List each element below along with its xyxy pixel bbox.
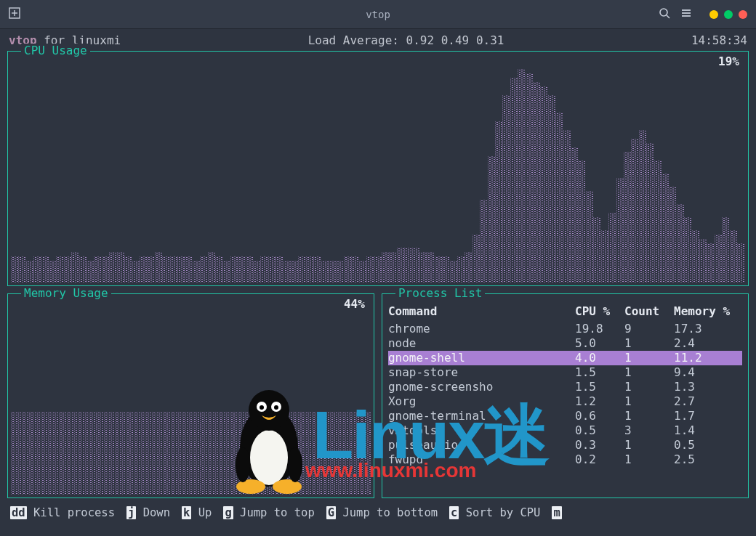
cell-command: gnome-shell — [388, 351, 572, 365]
key-c: c — [449, 506, 459, 519]
load-label: Load Average: — [308, 33, 399, 47]
cell-mem: 11.2 — [674, 351, 742, 365]
window-title: vtop — [125, 9, 631, 20]
load-15: 0.31 — [476, 33, 504, 47]
cell-command: snap-store — [388, 365, 572, 380]
cpu-usage-panel: CPU Usage 19% — [7, 51, 749, 286]
search-icon[interactable] — [659, 7, 670, 22]
cell-cpu: 19.8 — [575, 322, 622, 336]
window-close-button[interactable] — [739, 10, 747, 19]
cell-cpu: 0.5 — [575, 423, 622, 438]
table-row[interactable]: gnome-terminal0.611.7 — [388, 409, 742, 423]
col-count: Count — [624, 304, 671, 319]
key-j: j — [126, 506, 136, 519]
table-row[interactable]: fwupd0.212.5 — [388, 452, 742, 467]
cell-count: 1 — [624, 336, 671, 351]
cell-cpu: 0.6 — [575, 409, 622, 423]
cell-mem: 1.7 — [674, 409, 742, 423]
cpu-panel-title: CPU Usage — [21, 44, 90, 58]
cell-cpu: 1.5 — [575, 380, 622, 394]
hint-kill: Kill process — [33, 506, 115, 519]
table-row[interactable]: Xorg1.212.7 — [388, 394, 742, 409]
cell-mem: 2.7 — [674, 394, 742, 409]
key-g: g — [223, 506, 233, 519]
window-maximize-button[interactable] — [724, 10, 733, 19]
cell-command: fwupd — [388, 452, 572, 467]
table-row[interactable]: node5.012.4 — [388, 336, 742, 351]
cell-count: 1 — [624, 452, 671, 467]
hint-up: Up — [198, 506, 212, 519]
menu-icon[interactable] — [680, 7, 692, 22]
hint-down: Down — [143, 506, 170, 519]
hint-sort-cpu: Sort by CPU — [466, 506, 541, 519]
cell-mem: 2.4 — [674, 336, 742, 351]
cell-cpu: 0.2 — [575, 452, 622, 467]
key-G: G — [326, 506, 336, 519]
cell-command: chrome — [388, 322, 572, 336]
col-memory: Memory % — [674, 304, 742, 319]
cpu-chart — [11, 65, 745, 283]
key-dd: dd — [10, 506, 27, 519]
status-line: vtop for linuxmi Load Average: 0.92 0.49… — [6, 32, 750, 49]
memory-usage-panel: Memory Usage 44% — [7, 293, 374, 498]
cell-cpu: 5.0 — [575, 336, 622, 351]
load-1: 0.92 — [406, 33, 435, 47]
cell-mem: 17.3 — [674, 322, 742, 336]
hint-top: Jump to top — [240, 506, 315, 519]
cell-count: 1 — [624, 380, 671, 394]
cell-cpu: 4.0 — [575, 351, 622, 365]
hint-bottom: Jump to bottom — [342, 506, 438, 519]
process-list-panel: Process List Command CPU % Count Memory … — [382, 293, 749, 498]
cell-command: pulseaudio — [388, 438, 572, 452]
table-row[interactable]: chrome19.8917.3 — [388, 322, 742, 336]
cell-count: 1 — [624, 409, 671, 423]
cell-count: 1 — [624, 438, 671, 452]
cell-command: gnome-terminal — [388, 409, 572, 423]
cell-mem: 1.4 — [674, 423, 742, 438]
svg-line-4 — [667, 15, 669, 18]
process-list[interactable]: chrome19.8917.3node5.012.4gnome-shell4.0… — [388, 322, 742, 467]
process-panel-title: Process List — [395, 286, 486, 301]
window-minimize-button[interactable] — [709, 10, 718, 19]
col-command: Command — [388, 304, 572, 319]
svg-point-3 — [660, 9, 667, 16]
table-row[interactable]: gnome-screensho1.511.3 — [388, 380, 742, 394]
table-row[interactable]: gnome-shell4.0111.2 — [388, 351, 742, 365]
new-tab-icon[interactable] — [9, 7, 20, 22]
cell-cpu: 1.5 — [575, 365, 622, 380]
table-row[interactable]: vmtoolsd0.531.4 — [388, 423, 742, 438]
cell-count: 1 — [624, 351, 671, 365]
cell-count: 1 — [624, 394, 671, 409]
cell-command: Xorg — [388, 394, 572, 409]
cell-count: 3 — [624, 423, 671, 438]
cell-command: gnome-screensho — [388, 380, 572, 394]
key-m: m — [552, 506, 561, 519]
cell-mem: 2.5 — [674, 452, 742, 467]
cell-count: 9 — [624, 322, 671, 336]
keybind-bar: dd Kill process j Down k Up g Jump to to… — [6, 504, 750, 521]
memory-chart — [11, 307, 371, 495]
window-titlebar: vtop — [0, 0, 756, 29]
cell-count: 1 — [624, 365, 671, 380]
cell-mem: 9.4 — [674, 365, 742, 380]
table-row[interactable]: snap-store1.519.4 — [388, 365, 742, 380]
memory-panel-title: Memory Usage — [21, 286, 111, 301]
clock: 14:58:34 — [691, 33, 747, 48]
cell-cpu: 1.2 — [575, 394, 622, 409]
cell-mem: 0.5 — [674, 438, 742, 452]
cell-command: node — [388, 336, 572, 351]
load-5: 0.49 — [441, 33, 470, 47]
key-k: k — [182, 506, 191, 519]
cell-cpu: 0.3 — [575, 438, 622, 452]
col-cpu: CPU % — [575, 304, 622, 319]
table-row[interactable]: pulseaudio0.310.5 — [388, 438, 742, 452]
terminal-view[interactable]: vtop for linuxmi Load Average: 0.92 0.49… — [0, 29, 756, 523]
cell-command: vmtoolsd — [388, 423, 572, 438]
cell-mem: 1.3 — [674, 380, 742, 394]
